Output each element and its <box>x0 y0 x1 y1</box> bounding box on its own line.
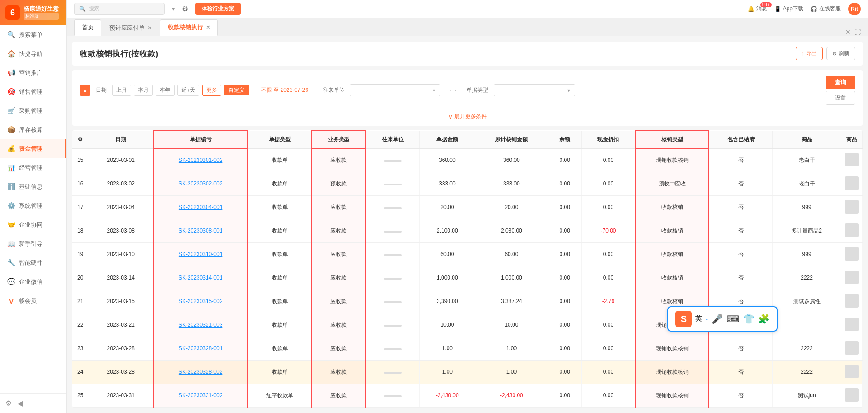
sidebar-item-inventory[interactable]: 📦 库存核算 <box>0 120 66 139</box>
cell-include-cleared: 否 <box>709 242 772 266</box>
cell-counterpart <box>366 172 420 195</box>
doc-no-link[interactable]: SK-20230302-002 <box>179 180 222 187</box>
export-button[interactable]: ↑ 导出 <box>796 47 823 60</box>
sidebar-item-hardware[interactable]: 🔧 智能硬件 <box>0 253 66 272</box>
table-row: 21 2023-03-15 SK-20230315-002 收款单 应收款 3,… <box>72 290 863 313</box>
doc-no-link[interactable]: SK-20230301-002 <box>179 157 222 163</box>
counterpart-label: 往来单位 <box>323 86 344 94</box>
cell-no: 19 <box>72 242 89 266</box>
doc-no-link[interactable]: SK-20230328-001 <box>179 345 222 351</box>
date-custom-btn[interactable]: 自定义 <box>224 85 249 95</box>
date-range: 不限 至 2023-07-26 <box>261 86 308 94</box>
tab-pending-close[interactable]: ✕ <box>147 25 152 31</box>
tabbar: 首页 预计应应付单 ✕ 收款核销执行 ✕ ✕ ⛶ <box>67 18 868 36</box>
dropdown-arrow[interactable]: ▾ <box>172 6 175 12</box>
sidebar-item-finance[interactable]: 💰 资金管理 <box>0 139 66 158</box>
cell-doc-no: SK-20230328-002 <box>153 360 248 384</box>
sidebar-item-enterprise[interactable]: 🤝 企业协同 <box>0 215 66 234</box>
cell-doc-amount: 20.00 <box>420 195 475 219</box>
date-btn-this-year[interactable]: 本年 <box>156 85 175 96</box>
refresh-button[interactable]: ↻ 刷新 <box>826 47 855 60</box>
sidebar-item-basic[interactable]: ℹ️ 基础信息 <box>0 177 66 196</box>
filter-row-1: » 日期 上月 本月 本年 近7天 更多 自定义 | 不限 至 2023-07-… <box>80 76 855 105</box>
cell-date: 2023-03-28 <box>89 360 153 384</box>
cell-product: 2222 <box>773 266 841 290</box>
settings-button[interactable]: 设置 <box>826 91 855 105</box>
app-download-item[interactable]: 📱 App下载 <box>774 5 803 13</box>
gear-icon-top[interactable]: ⚙ <box>182 5 188 13</box>
sidebar-item-wechat[interactable]: 💬 企业微信 <box>0 272 66 291</box>
tab-collection[interactable]: 收款核销执行 ✕ <box>160 19 218 36</box>
industry-btn[interactable]: 体验行业方案 <box>195 3 241 15</box>
doc-no-link[interactable]: SK-20230304-001 <box>179 204 222 210</box>
refresh-label: 刷新 <box>839 50 849 57</box>
doc-type-select[interactable]: ▾ <box>494 84 575 96</box>
cell-cumulative: -2,430.00 <box>475 384 548 407</box>
query-button[interactable]: 查询 <box>826 76 855 89</box>
export-label: 导出 <box>806 50 817 57</box>
sidebar-item-member[interactable]: V 畅会员 <box>0 291 66 310</box>
table-row: 17 2023-03-04 SK-20230304-001 收款单 应收款 20… <box>72 195 863 219</box>
tab-home[interactable]: 首页 <box>74 19 101 36</box>
doc-no-link[interactable]: SK-20230331-002 <box>179 392 222 399</box>
date-btn-last-month[interactable]: 上月 <box>112 85 131 96</box>
filter-expand-btn[interactable]: » <box>80 85 90 96</box>
settings-bottom-icon[interactable]: ⚙ <box>5 399 12 408</box>
sidebar-item-label-hardware: 智能硬件 <box>19 259 42 267</box>
counterpart-input[interactable]: ▾ <box>350 84 440 96</box>
cell-product: 2222 <box>773 360 841 384</box>
enterprise-icon: 🤝 <box>7 221 15 229</box>
filter-expand-row[interactable]: ∨ 展开更多条件 <box>80 109 855 120</box>
cell-counterpart <box>366 195 420 219</box>
cell-cash-discount: 0.00 <box>581 242 635 266</box>
tab-close-all-icon[interactable]: ✕ <box>845 28 851 36</box>
th-counterpart: 往来单位 <box>366 131 420 148</box>
sidebar-item-label-quicknav: 快捷导航 <box>19 50 42 58</box>
date-btn-more[interactable]: 更多 <box>202 85 221 96</box>
doc-no-link[interactable]: SK-20230321-003 <box>179 322 222 328</box>
cell-product: 测试多属性 <box>773 290 841 313</box>
sidebar-item-search[interactable]: 🔍 搜索菜单 <box>0 25 66 44</box>
th-gear[interactable]: ⚙ <box>72 131 89 148</box>
cell-no: 21 <box>72 290 89 313</box>
cell-cash-discount: 0.00 <box>581 266 635 290</box>
notifications-item[interactable]: 🔔 消息 99+ <box>748 5 767 13</box>
cell-date: 2023-03-04 <box>89 195 153 219</box>
doc-no-link[interactable]: SK-20230328-002 <box>179 369 222 375</box>
doc-no-link[interactable]: SK-20230308-001 <box>179 228 222 234</box>
sidebar-item-quicknav[interactable]: 🏠 快捷导航 <box>0 44 66 63</box>
cell-writeoff-type: 收款核销 <box>635 242 709 266</box>
tab-expand-icon[interactable]: ⛶ <box>854 28 861 36</box>
sidebar-item-purchase[interactable]: 🛒 采购管理 <box>0 101 66 120</box>
expand-more-label: 展开更多条件 <box>454 113 487 120</box>
doc-no-link[interactable]: SK-20230314-001 <box>179 275 222 281</box>
cell-product: 999 <box>773 195 841 219</box>
search-placeholder: 搜索 <box>89 5 99 13</box>
tab-collection-close[interactable]: ✕ <box>206 24 210 31</box>
doc-no-link[interactable]: SK-20230315-002 <box>179 298 222 304</box>
sales-icon: 🎯 <box>7 88 15 96</box>
cell-cumulative: 333.00 <box>475 172 548 195</box>
collapse-icon[interactable]: ◀ <box>17 399 23 408</box>
doc-no-link[interactable]: SK-20230310-001 <box>179 251 222 257</box>
cell-include-cleared: 否 <box>709 195 772 219</box>
sidebar-item-guide[interactable]: 📖 新手引导 <box>0 234 66 253</box>
cell-doc-no: SK-20230403-002 <box>153 407 248 408</box>
cell-date: 2023-03-01 <box>89 148 153 172</box>
date-btn-7days[interactable]: 近7天 <box>177 85 199 96</box>
cell-no: 26 <box>72 407 89 408</box>
online-support-item[interactable]: 🎧 在线客服 <box>811 5 841 13</box>
cell-doc-no: SK-20230314-001 <box>153 266 248 290</box>
cell-cash-discount: 0.00 <box>581 407 635 408</box>
sidebar-item-sales[interactable]: 🎯 销售管理 <box>0 82 66 101</box>
sidebar-item-operations[interactable]: 📊 经营管理 <box>0 158 66 177</box>
tab-pending[interactable]: 预计应应付单 ✕ <box>102 20 159 36</box>
th-product2: 商品 <box>841 131 863 148</box>
user-avatar[interactable]: Rit <box>848 3 861 15</box>
cell-include-cleared: 否 <box>709 384 772 407</box>
topbar-search[interactable]: 🔍 搜索 <box>74 3 165 15</box>
sidebar-item-marketing[interactable]: 📢 营销推广 <box>0 63 66 82</box>
date-btn-this-month[interactable]: 本月 <box>134 85 153 96</box>
cell-product: 999 <box>773 242 841 266</box>
sidebar-item-system[interactable]: ⚙️ 系统管理 <box>0 196 66 215</box>
